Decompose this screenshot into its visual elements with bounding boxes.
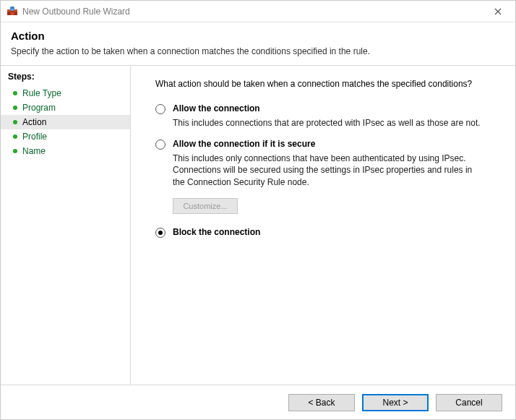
svg-point-8 bbox=[13, 91, 17, 95]
step-program[interactable]: Program bbox=[1, 100, 130, 115]
svg-point-9 bbox=[13, 106, 17, 110]
bullet-icon bbox=[12, 105, 18, 111]
option-allow-secure-desc: This includes only connections that have… bbox=[173, 153, 483, 188]
bullet-icon bbox=[12, 148, 18, 154]
step-name[interactable]: Name bbox=[1, 144, 130, 158]
svg-rect-1 bbox=[7, 9, 10, 12]
wizard-content: What action should be taken when a conne… bbox=[131, 66, 515, 387]
svg-rect-4 bbox=[7, 12, 10, 15]
step-label: Program bbox=[22, 103, 56, 113]
option-block-label: Block the connection bbox=[173, 227, 260, 237]
wizard-header: Action Specify the action to be taken wh… bbox=[1, 22, 515, 66]
step-label: Rule Type bbox=[22, 88, 61, 98]
customize-row: Customize... bbox=[173, 198, 498, 214]
action-prompt: What action should be taken when a conne… bbox=[155, 79, 498, 89]
steps-sidebar: Steps: Rule Type Program Action Profile bbox=[1, 66, 131, 387]
back-button[interactable]: < Back bbox=[288, 394, 355, 411]
step-label: Action bbox=[22, 117, 46, 127]
option-allow-secure-label: Allow the connection if it is secure bbox=[173, 139, 315, 149]
radio-allow[interactable] bbox=[155, 104, 165, 114]
step-profile[interactable]: Profile bbox=[1, 129, 130, 144]
titlebar: New Outbound Rule Wizard bbox=[1, 1, 515, 22]
cancel-button[interactable]: Cancel bbox=[436, 394, 502, 411]
svg-point-10 bbox=[13, 120, 17, 124]
option-allow[interactable]: Allow the connection bbox=[155, 103, 498, 114]
close-button[interactable] bbox=[483, 1, 512, 22]
svg-rect-5 bbox=[11, 12, 14, 15]
bullet-icon bbox=[12, 134, 18, 140]
option-allow-secure[interactable]: Allow the connection if it is secure bbox=[155, 139, 498, 150]
option-block[interactable]: Block the connection bbox=[155, 227, 498, 238]
window-title: New Outbound Rule Wizard bbox=[22, 7, 483, 17]
firewall-icon bbox=[7, 6, 18, 17]
radio-allow-secure[interactable] bbox=[155, 140, 165, 150]
step-label: Name bbox=[22, 146, 46, 156]
bullet-icon bbox=[12, 119, 18, 125]
svg-point-11 bbox=[13, 134, 17, 139]
next-button[interactable]: Next > bbox=[362, 394, 429, 411]
close-icon bbox=[494, 8, 502, 15]
wizard-body: Steps: Rule Type Program Action Profile bbox=[1, 66, 515, 387]
svg-rect-6 bbox=[14, 12, 17, 15]
page-title: Action bbox=[11, 30, 505, 42]
steps-heading: Steps: bbox=[1, 70, 130, 86]
page-subtitle: Specify the action to be taken when a co… bbox=[11, 46, 505, 56]
svg-point-12 bbox=[13, 149, 17, 153]
step-label: Profile bbox=[22, 132, 47, 142]
step-rule-type[interactable]: Rule Type bbox=[1, 86, 130, 100]
option-allow-desc: This includes connections that are prote… bbox=[173, 117, 483, 129]
radio-block[interactable] bbox=[155, 228, 165, 238]
svg-rect-3 bbox=[14, 9, 17, 12]
wizard-footer: < Back Next > Cancel bbox=[1, 385, 515, 419]
bullet-icon bbox=[12, 90, 18, 96]
step-action[interactable]: Action bbox=[1, 115, 130, 129]
option-allow-label: Allow the connection bbox=[173, 103, 260, 113]
customize-button: Customize... bbox=[173, 198, 238, 214]
